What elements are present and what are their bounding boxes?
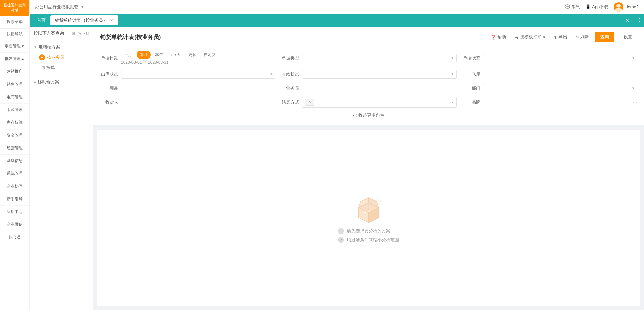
scheme-group-mobile-header[interactable]: ▶ 移动端方案 — [30, 77, 93, 87]
doctype-select[interactable]: ▾ — [302, 54, 456, 62]
left-panel-title: 按以下方案查询 — [34, 30, 64, 36]
dept-filter: 部门 ▾ — [462, 84, 637, 92]
data-area: 1 请先选择要分析的方案 2 用过滤条件来缩小分析范围 — [97, 130, 640, 306]
tabbar-actions: ✕ ⛶ — [624, 16, 641, 25]
refresh-btn[interactable]: ↻ 刷新 — [573, 33, 591, 41]
svg-point-10 — [364, 211, 365, 212]
help-btn[interactable]: ❓ 帮助 — [489, 33, 508, 41]
dept-label: 部门 — [462, 85, 480, 91]
collectstatus-select[interactable]: ▾ — [302, 70, 456, 79]
date-tab-thismonth[interactable]: 本月 — [137, 51, 151, 59]
sidebar-logo[interactable]: 畅捷通好生意 标版 — [0, 0, 29, 16]
date-label: 单据日期 — [100, 55, 118, 61]
tabbar: 首页 销货单统计表（按业务员） ✕ ✕ ⛶ — [30, 14, 644, 27]
template-print-arrow: ▾ — [543, 35, 545, 40]
main-area: 办公用品行业模拟账套 ▾ 💬 消息 📱 App下载 demo2 首页 — [30, 0, 644, 310]
settlement-select[interactable]: ✕ ▾ — [302, 97, 456, 108]
date-tab-thisyear[interactable]: 本年 — [152, 51, 166, 59]
collapse-panel-icon[interactable]: ≪ — [84, 31, 89, 36]
sidebar-item-wholesale[interactable]: 批发管理 ▲ — [0, 53, 29, 65]
empty-tips: 1 请先选择要分析的方案 2 用过滤条件来缩小分析范围 — [338, 228, 399, 243]
sidebar-item-cooperation[interactable]: 企业协同 — [0, 180, 29, 193]
sales-stat-tab-label: 销货单统计表（按业务员） — [55, 17, 107, 23]
svg-point-11 — [368, 210, 369, 211]
export-btn[interactable]: ⬆ 导出 — [551, 33, 569, 41]
empty-tip-1: 1 请先选择要分析的方案 — [338, 228, 399, 234]
recipient-input[interactable]: ··· — [121, 97, 275, 107]
tab-home[interactable]: 首页 — [32, 15, 50, 25]
outstatus-select[interactable]: ▾ — [121, 70, 275, 79]
dept-select[interactable]: ▾ — [483, 84, 637, 92]
app-download-label: App下载 — [592, 4, 608, 10]
dept-arrow: ▾ — [632, 86, 634, 90]
topbar: 办公用品行业模拟账套 ▾ 💬 消息 📱 App下载 demo2 — [30, 0, 644, 14]
settlement-tag-close[interactable]: ✕ — [309, 100, 312, 105]
tab-close-icon[interactable]: ✕ — [109, 18, 114, 23]
sidebar-item-search[interactable]: 搜索菜单 — [0, 16, 29, 29]
maximize-icon[interactable]: ⛶ — [633, 16, 641, 25]
topbar-msg-btn[interactable]: 💬 消息 — [565, 4, 580, 10]
sidebar-item-operations[interactable]: 经营管理 — [0, 142, 29, 155]
scheme-item-order-label: 按单 — [46, 65, 55, 71]
date-tab-7days[interactable]: 近7天 — [167, 51, 184, 59]
svg-point-13 — [381, 204, 383, 205]
sidebar-item-retail[interactable]: 零售管理 ▼ — [0, 40, 29, 53]
sidebar-item-member[interactable]: 畅会员 — [0, 231, 29, 244]
scheme-item-by-order[interactable]: ⊞ 按单 — [30, 63, 93, 73]
add-scheme-icon[interactable]: ⊕ — [72, 31, 76, 36]
sidebar-item-newbie[interactable]: 新手引导 — [0, 193, 29, 206]
sidebar-item-ecommerce[interactable]: 电商管理 — [0, 91, 29, 104]
goods-input[interactable]: ··· — [121, 83, 275, 93]
date-tab-lastmonth[interactable]: 上月 — [121, 51, 135, 59]
topbar-app-name: 办公用品行业模拟账套 — [35, 4, 78, 10]
scheme-item-by-salesperson[interactable]: ● 按业务员 — [30, 52, 93, 63]
warehouse-input[interactable]: ··· — [483, 69, 637, 79]
sidebar-item-quicknav[interactable]: 快捷导航 — [0, 29, 29, 40]
tip-num-2: 2 — [338, 237, 344, 243]
scheme-group-mobile: ▶ 移动端方案 — [30, 75, 93, 89]
template-print-btn[interactable]: 🖨 按模板打印 ▾ — [512, 33, 547, 41]
msg-label: 消息 — [571, 4, 580, 10]
salesperson-filter: 业务员 ··· — [281, 83, 456, 93]
home-tab-label: 首页 — [37, 17, 46, 23]
sidebar-item-purchase[interactable]: 采购管理 — [0, 104, 29, 116]
tab-sales-stat[interactable]: 销货单统计表（按业务员） ✕ — [50, 15, 118, 25]
date-tab-custom[interactable]: 自定义 — [201, 51, 219, 59]
left-panel-header: 按以下方案查询 ⊕ ✎ ≪ — [30, 27, 93, 40]
empty-state: 1 请先选择要分析的方案 2 用过滤条件来缩小分析范围 — [338, 193, 399, 243]
sidebar-item-inventory[interactable]: 库存核算 — [0, 116, 29, 129]
query-btn[interactable]: 查询 — [595, 32, 614, 42]
scheme-group-desktop-header[interactable]: ▼ 电脑端方案 — [30, 42, 93, 52]
phone-icon: 📱 — [585, 4, 591, 9]
recipient-filter: 收货人 ··· — [100, 97, 275, 107]
docstatus-filter: 单据状态 ▾ — [462, 54, 637, 62]
sidebar-item-basic[interactable]: 基础信息 — [0, 155, 29, 167]
docstatus-select[interactable]: ▾ — [483, 54, 637, 62]
topbar-user-btn[interactable]: demo2 — [614, 2, 639, 12]
refresh-label: 刷新 — [580, 34, 589, 40]
sidebar-item-finance[interactable]: 资金管理 — [0, 129, 29, 142]
sidebar-item-sales[interactable]: 销售管理 — [0, 78, 29, 91]
collapse-btn[interactable]: ≪ 收起更多条件 — [100, 110, 637, 120]
topbar-dropdown-icon[interactable]: ▾ — [81, 5, 83, 9]
sidebar-item-appcenter[interactable]: 应用中心 — [0, 206, 29, 218]
settings-btn[interactable]: 设置 — [619, 32, 637, 42]
sidebar-item-marketing[interactable]: 营销推广 — [0, 65, 29, 78]
sidebar-item-system[interactable]: 系统管理 — [0, 167, 29, 180]
sidebar-item-wechat[interactable]: 企业微信 — [0, 218, 29, 231]
brand-input[interactable]: ··· — [483, 98, 637, 107]
date-tabs: 上月 本月 本年 近7天 更多 自定义 — [121, 51, 273, 59]
topbar-app-download-btn[interactable]: 📱 App下载 — [585, 4, 608, 10]
goods-filter: 商品 ··· — [100, 83, 275, 93]
date-tab-more[interactable]: 更多 — [185, 51, 199, 59]
filter-area: 单据日期 上月 本月 本年 近7天 更多 自定义 2023-03-01 至 20… — [93, 46, 644, 125]
refresh-icon: ↻ — [575, 35, 579, 40]
close-tab-icon[interactable]: ✕ — [624, 16, 631, 25]
outstatus-filter: 出库状态 ▾ — [100, 70, 275, 79]
outstatus-label: 出库状态 — [100, 71, 118, 78]
avatar — [614, 2, 623, 12]
retail-expand-icon: ▼ — [21, 44, 25, 48]
edit-scheme-icon[interactable]: ✎ — [78, 31, 82, 36]
date-filter: 单据日期 上月 本月 本年 近7天 更多 自定义 2023-03-01 至 20… — [100, 51, 275, 65]
salesperson-input[interactable]: ··· — [302, 83, 456, 93]
